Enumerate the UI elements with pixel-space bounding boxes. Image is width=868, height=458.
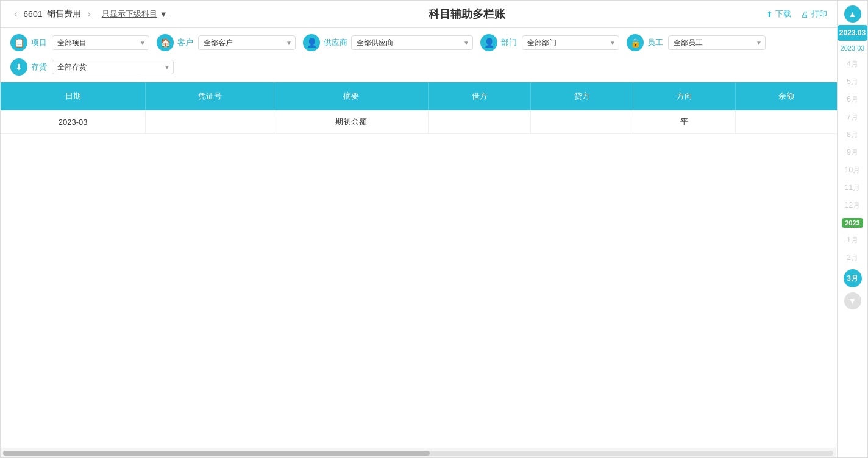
sidebar-down-button[interactable]: ▼ [844,292,861,309]
department-filter-group: 👤 部门 全部部门 [480,34,619,51]
employee-label: 员工 [647,37,664,48]
sidebar-item-8[interactable]: 8月 [838,126,867,144]
sidebar-item-2023-03-second[interactable]: 2023.03 [838,41,867,55]
cell-debit [429,110,531,134]
sidebar-item-3-active[interactable]: 3月 [844,269,862,287]
department-select[interactable]: 全部部门 [522,35,619,50]
customer-select[interactable]: 全部客户 [198,35,296,50]
supplier-select[interactable]: 全部供应商 [351,35,473,50]
table-header-row: 日期 凭证号 摘要 借方 贷方 方向 余额 [1,82,837,110]
next-account-button[interactable]: › [84,7,94,21]
table-row: 2023-03 期初余额 平 [1,110,837,134]
project-select[interactable]: 全部项目 [52,35,149,50]
sidebar-up-button[interactable]: ▲ [844,5,861,23]
inventory-filter-group: ⬇ 存货 全部存货 [10,58,174,76]
chevron-down-icon: ▼ [160,10,168,19]
supplier-select-wrap: 全部供应商 [351,35,473,50]
sidebar-item-1[interactable]: 1月 [838,231,867,249]
supplier-filter-group: 👤 供应商 全部供应商 [303,34,473,51]
download-button[interactable]: ⬆ 下载 [766,9,791,19]
year-badge: 2023 [842,218,863,228]
supplier-icon: 👤 [303,34,320,51]
horizontal-scrollbar[interactable] [1,448,836,457]
customer-select-wrap: 全部客户 [198,35,296,50]
sidebar-item-6[interactable]: 6月 [838,91,867,108]
account-code: 6601 [23,9,42,19]
inventory-icon: ⬇ [10,58,27,76]
customer-icon: 🏠 [157,34,174,51]
print-icon: 🖨 [801,10,809,19]
department-label: 部门 [501,37,518,48]
employee-filter-group: 🔒 员工 全部员工 [627,34,766,51]
col-debit: 借方 [429,82,531,110]
col-date: 日期 [1,82,146,110]
table-wrapper: 日期 凭证号 摘要 借方 贷方 方向 余额 2023-03 期初余额 [1,82,837,134]
sidebar-item-2023-03-first[interactable]: 2023.03 [838,25,867,41]
sidebar: ▲ 2023.03 2023.03 4月 5月 6月 7月 8月 9月 10月 … [837,1,867,457]
supplier-label: 供应商 [324,37,347,48]
inventory-select[interactable]: 全部存货 [52,60,174,74]
show-sub-button[interactable]: 只显示下级科目 ▼ [102,9,168,19]
inventory-label: 存货 [31,62,48,72]
sidebar-item-12[interactable]: 12月 [838,197,867,214]
project-label: 项目 [31,37,48,48]
department-select-wrap: 全部部门 [522,35,619,50]
filters-area: 📋 项目 全部项目 🏠 客户 全部客户 [1,28,837,82]
customer-label: 客户 [177,37,194,48]
sidebar-item-11[interactable]: 11月 [838,179,867,197]
cell-summary: 期初余额 [274,110,429,134]
sidebar-item-2[interactable]: 2月 [838,249,867,267]
sidebar-item-4[interactable]: 4月 [838,55,867,73]
cell-balance [736,110,837,134]
sidebar-item-5[interactable]: 5月 [838,73,867,91]
page-title: 科目辅助多栏账 [168,7,766,21]
employee-select-wrap: 全部员工 [668,35,766,50]
col-credit: 贷方 [531,82,633,110]
project-filter-group: 📋 项目 全部项目 [10,34,149,51]
col-summary: 摘要 [274,82,429,110]
prev-account-button[interactable]: ‹ [10,7,21,21]
download-icon: ⬆ [766,10,773,19]
print-button[interactable]: 🖨 打印 [801,9,827,19]
sidebar-item-10[interactable]: 10月 [838,161,867,179]
data-table: 日期 凭证号 摘要 借方 贷方 方向 余额 2023-03 期初余额 [1,82,837,134]
col-voucher: 凭证号 [146,82,274,110]
account-name: 销售费用 [47,9,81,19]
project-select-wrap: 全部项目 [52,35,149,50]
employee-icon: 🔒 [627,34,644,51]
header-actions: ⬆ 下载 🖨 打印 [766,9,827,19]
scrollbar-track [3,451,833,456]
col-direction: 方向 [633,82,736,110]
header-bar: ‹ 6601 销售费用 › 只显示下级科目 ▼ 科目辅助多栏账 ⬆ 下载 🖨 打… [1,1,837,28]
inventory-select-wrap: 全部存货 [52,60,174,74]
cell-voucher [146,110,274,134]
sidebar-item-9[interactable]: 9月 [838,144,867,161]
project-icon: 📋 [10,34,27,51]
customer-filter-group: 🏠 客户 全部客户 [157,34,296,51]
cell-direction: 平 [633,110,736,134]
cell-date: 2023-03 [1,110,146,134]
department-icon: 👤 [480,34,497,51]
main-content-area: ‹ 6601 销售费用 › 只显示下级科目 ▼ 科目辅助多栏账 ⬆ 下载 🖨 打… [1,1,837,448]
year-badge-area: 2023 [842,217,863,229]
col-balance: 余额 [736,82,837,110]
employee-select[interactable]: 全部员工 [668,35,766,50]
main-window: ‹ 6601 销售费用 › 只显示下级科目 ▼ 科目辅助多栏账 ⬆ 下载 🖨 打… [0,0,868,458]
scrollbar-thumb[interactable] [3,451,430,456]
sidebar-item-7[interactable]: 7月 [838,108,867,126]
cell-credit [531,110,633,134]
